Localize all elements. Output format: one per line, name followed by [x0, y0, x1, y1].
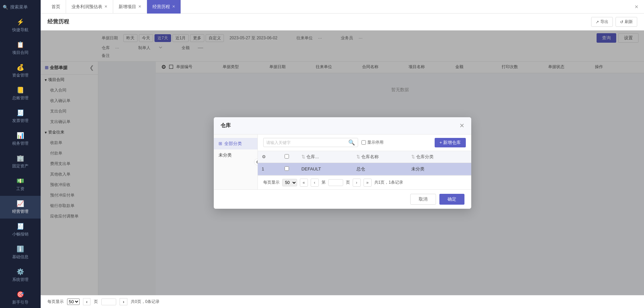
tab-home-label: 首页 — [51, 4, 60, 10]
show-disabled-wrap[interactable]: 显示停用 — [361, 140, 383, 145]
th-check — [281, 151, 297, 163]
sidebar-item-operations[interactable]: 📈 经营管理 — [0, 196, 41, 219]
sidebar-item-tax[interactable]: 📊 税务管理 — [0, 128, 41, 150]
sidebar-item-label: 系统管理 — [12, 277, 28, 283]
total-info-modal: 共1页，1条记录 — [374, 180, 403, 185]
sidebar-item-salary[interactable]: 💵 工资 — [0, 173, 41, 196]
th-name[interactable]: ⇅ 仓库名称 — [352, 151, 407, 163]
basic-info-icon: ℹ️ — [17, 245, 24, 253]
bottom-prev-page[interactable]: ‹ — [83, 298, 90, 305]
select-all-checkbox[interactable] — [285, 154, 289, 159]
bottom-total-info: 共0页，0条记录 — [131, 299, 160, 305]
sidebar-item-basic-info[interactable]: ℹ️ 基础信息 — [0, 241, 41, 264]
main-area: 首页 业务利润预估表 ✕ 新增项目 ✕ 经营历程 ✕ ✕ 经营历程 ↗ 导出 ↺… — [41, 0, 644, 308]
cell-check[interactable] — [281, 163, 297, 175]
add-warehouse-button[interactable]: + 新增仓库 — [435, 138, 465, 147]
last-page-btn[interactable]: » — [363, 179, 372, 187]
fund-icon: 💰 — [17, 64, 24, 71]
modal-footer: 取消 确定 — [214, 189, 471, 209]
page-input-modal[interactable]: 1 — [328, 179, 343, 186]
assets-icon: 🏢 — [17, 155, 24, 162]
tab-profit-label: 业务利润预估表 — [71, 4, 102, 10]
modal-table-wrap: ⚙ ⇅ 仓库... — [258, 151, 471, 176]
modal-tree-unclassified[interactable]: 未分类 — [214, 149, 257, 161]
modal-content: 🔍 显示停用 + 新增仓库 — [258, 135, 471, 189]
sidebar-item-quick-nav[interactable]: ⚡ 快捷导航 — [0, 14, 41, 37]
page-header: 经营历程 ↗ 导出 ↺ 刷新 — [41, 14, 644, 30]
operations-icon: 📈 — [17, 200, 24, 207]
tab-operations-close[interactable]: ✕ — [172, 4, 175, 9]
modal-table: ⚙ ⇅ 仓库... — [258, 151, 471, 176]
sidebar-item-label: 经营管理 — [12, 209, 28, 214]
bottom-per-page-select[interactable]: 50 — [67, 299, 80, 305]
tab-new-project-close[interactable]: ✕ — [138, 4, 141, 9]
tab-profit-close[interactable]: ✕ — [104, 4, 107, 9]
tab-new-project[interactable]: 新增项目 ✕ — [113, 0, 147, 14]
warehouse-modal: 仓库 ✕ ⊞ 全部分类 未分类 ❮ — [214, 117, 471, 209]
page-bottom-bar: 每页显示 50 ‹ 页 1 › 共0页，0条记录 — [41, 295, 644, 308]
sidebar-item-fund-management[interactable]: 💰 资金管理 — [0, 60, 41, 82]
modal-header: 仓库 ✕ — [214, 117, 471, 135]
export-button[interactable]: ↗ 导出 — [591, 17, 613, 27]
sidebar-item-invoice[interactable]: 🧾 发票管理 — [0, 105, 41, 128]
th-code-label: 仓库... — [306, 154, 319, 159]
search-icon: 🔍 — [3, 5, 8, 10]
tab-bar: 首页 业务利润预估表 ✕ 新增项目 ✕ 经营历程 ✕ ✕ — [41, 0, 644, 14]
refresh-button[interactable]: ↺ 刷新 — [616, 17, 637, 27]
sidebar-item-label: 税务管理 — [12, 141, 28, 146]
th-code[interactable]: ⇅ 仓库... — [297, 151, 352, 163]
sidebar-item-xiaochang[interactable]: 🧾 小畅报销 — [0, 219, 41, 241]
sidebar-item-new-guide[interactable]: 🎯 新手引导 — [0, 287, 41, 308]
show-disabled-checkbox[interactable] — [361, 140, 366, 145]
sidebar-item-project-contract[interactable]: 📋 项目合同 — [0, 37, 41, 60]
sidebar-item-label: 新手引导 — [12, 300, 28, 305]
quick-nav-icon: ⚡ — [17, 18, 24, 26]
cell-category: 未分类 — [407, 163, 471, 175]
tab-operations-label: 经营历程 — [152, 4, 170, 10]
modal-body: ⊞ 全部分类 未分类 ❮ � — [214, 135, 471, 189]
page-label-modal: 第 — [321, 180, 326, 185]
sidebar-item-label: 工资 — [16, 186, 24, 192]
invoice-icon: 🧾 — [17, 109, 24, 117]
modal-tree-panel: ⊞ 全部分类 未分类 ❮ — [214, 135, 258, 189]
tab-operations-history[interactable]: 经营历程 ✕ — [147, 0, 181, 14]
modal-pagination: 每页显示 50 « ‹ 第 1 页 › » 共1页，1条记录 — [258, 176, 471, 189]
tab-home[interactable]: 首页 — [46, 0, 66, 14]
sidebar-item-sys-management[interactable]: ⚙️ 系统管理 — [0, 264, 41, 287]
cancel-button[interactable]: 取消 — [410, 194, 436, 205]
confirm-button[interactable]: 确定 — [439, 194, 464, 205]
th-name-label: 仓库名称 — [361, 154, 379, 159]
th-seq: ⚙ — [258, 151, 281, 163]
cell-code: DEFAULT — [297, 163, 352, 175]
salary-icon: 💵 — [17, 177, 24, 185]
tab-new-project-label: 新增项目 — [119, 4, 136, 10]
settings-icon-th[interactable]: ⚙ — [262, 154, 266, 159]
modal-tree-collapse-btn[interactable]: ❮ — [254, 159, 258, 165]
content-area: 单据日期 昨天 今天 近7天 近1月 更多 自定义 2023-05-27 至 2… — [41, 30, 644, 295]
modal-search-input[interactable] — [266, 140, 346, 145]
next-page-btn[interactable]: › — [353, 179, 361, 187]
sidebar-search[interactable]: 🔍 搜索菜单 — [0, 0, 41, 14]
window-close-btn[interactable]: ✕ — [635, 4, 639, 9]
bottom-per-page-label: 每页显示 — [47, 299, 64, 305]
bottom-page-input[interactable]: 1 — [101, 299, 116, 305]
th-cat[interactable]: ⇅ 仓库分类 — [407, 151, 471, 163]
sidebar-item-general-ledger[interactable]: 📒 总账管理 — [0, 82, 41, 105]
sidebar: 🔍 搜索菜单 ⚡ 快捷导航 📋 项目合同 💰 资金管理 📒 总账管理 🧾 发票管… — [0, 0, 41, 308]
guide-icon: 🎯 — [17, 291, 24, 298]
cell-seq: 1 — [258, 163, 281, 175]
modal-overlay[interactable]: 仓库 ✕ ⊞ 全部分类 未分类 ❮ — [41, 30, 644, 295]
bottom-next-page[interactable]: › — [120, 298, 127, 305]
cell-name: 总仓 — [352, 163, 407, 175]
first-page-btn[interactable]: « — [300, 179, 308, 187]
table-row[interactable]: 1 DEFAULT 总仓 未分类 — [258, 163, 471, 175]
tab-profit-estimate[interactable]: 业务利润预估表 ✕ — [66, 0, 113, 14]
sidebar-item-fixed-assets[interactable]: 🏢 固定资产 — [0, 150, 41, 173]
prev-page-btn[interactable]: ‹ — [311, 179, 319, 187]
row-checkbox[interactable] — [285, 166, 289, 171]
modal-tree-unclassified-label: 未分类 — [219, 152, 232, 158]
per-page-select[interactable]: 50 — [282, 179, 297, 186]
modal-toolbar: 🔍 显示停用 + 新增仓库 — [258, 135, 471, 151]
modal-close-button[interactable]: ✕ — [459, 122, 464, 129]
modal-tree-all[interactable]: ⊞ 全部分类 — [214, 138, 257, 149]
